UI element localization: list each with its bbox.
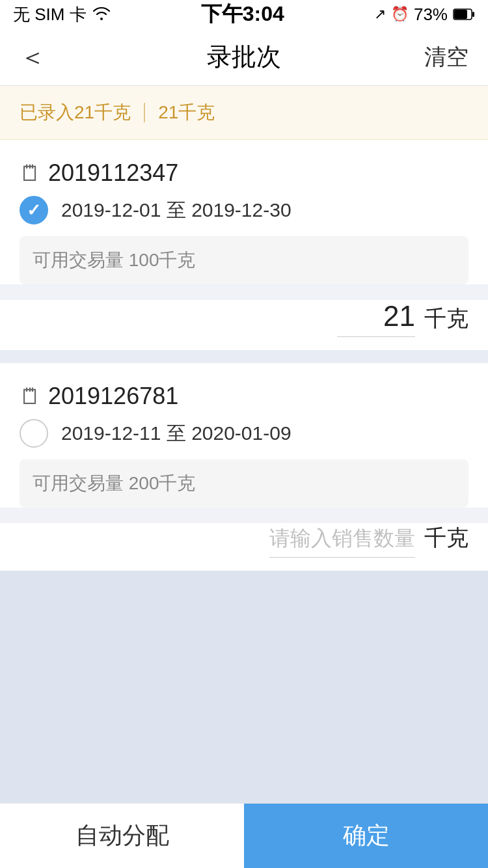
svg-rect-1 (454, 10, 467, 19)
batch-id-1: 2019112347 (48, 159, 178, 187)
document-icon-2: 🗒 (20, 384, 42, 409)
location-icon: ↗ (374, 6, 386, 23)
batch-quota-2: 可用交易量 200千克 (20, 459, 468, 508)
alarm-icon: ⏰ (391, 6, 409, 23)
back-button[interactable]: ＜ (20, 39, 72, 75)
batch-id-2: 2019126781 (48, 383, 178, 410)
batch-item-1: 🗒 2019112347 2019-12-01 至 2019-12-30 可用交… (0, 140, 488, 284)
status-bar: 无 SIM 卡 下午3:04 ↗ ⏰ 73% (0, 0, 488, 29)
bottom-bar: 自动分配 确定 (0, 803, 488, 868)
radio-btn-2[interactable] (20, 419, 48, 448)
no-sim-text: 无 SIM 卡 (13, 3, 87, 26)
page-title: 录批次 (207, 40, 281, 74)
info-banner: 已录入21千克 21千克 (0, 86, 488, 140)
total-amount: 21千克 (158, 100, 215, 125)
clear-button[interactable]: 清空 (416, 42, 468, 72)
quantity-input-2[interactable]: 请输入销售数量 (269, 524, 415, 558)
battery-text: 73% (414, 5, 448, 25)
batch-item-2: 🗒 2019126781 2019-12-11 至 2020-01-09 可用交… (0, 363, 488, 508)
section-divider (0, 350, 488, 363)
amount-value-1: 21 (383, 300, 415, 332)
recorded-amount: 已录入21千克 (20, 100, 131, 125)
battery-icon (453, 5, 475, 25)
amount-row-1: 21 千克 (0, 300, 488, 350)
radio-btn-1[interactable] (20, 196, 48, 224)
batch-date-1: 2019-12-01 至 2019-12-30 (61, 197, 291, 224)
batch-date-2: 2019-12-11 至 2020-01-09 (61, 420, 291, 447)
banner-divider (144, 103, 145, 122)
document-icon-1: 🗒 (20, 161, 42, 186)
auto-distribute-button[interactable]: 自动分配 (0, 804, 244, 868)
amount-unit-1: 千克 (424, 304, 468, 334)
input-row-2: 请输入销售数量 千克 (0, 523, 488, 571)
wifi-icon (92, 5, 111, 25)
svg-rect-2 (472, 12, 474, 17)
input-unit-2: 千克 (424, 523, 468, 553)
confirm-button[interactable]: 确定 (244, 804, 488, 868)
nav-bar: ＜ 录批次 清空 (0, 29, 488, 86)
batch-quota-1: 可用交易量 100千克 (20, 236, 468, 284)
status-time: 下午3:04 (201, 0, 284, 29)
